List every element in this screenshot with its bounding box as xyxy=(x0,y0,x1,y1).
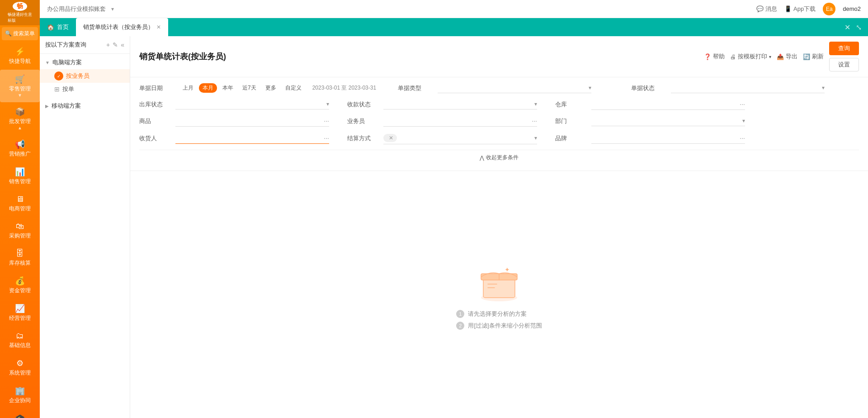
app-download-btn[interactable]: 📱 App下载 xyxy=(784,5,816,13)
tip-num-2: 2 xyxy=(456,322,464,330)
refresh-btn[interactable]: 🔄 刷新 xyxy=(803,52,824,61)
query-btn-area: 查询 设置 xyxy=(829,42,859,71)
out-status-arrow-icon: ▾ xyxy=(326,101,329,107)
collapse-row[interactable]: ⋀ 收起更多条件 xyxy=(139,150,859,165)
message-btn[interactable]: 💬 消息 xyxy=(756,5,777,13)
brand-select[interactable]: ··· xyxy=(591,133,745,144)
message-icon: 💬 xyxy=(756,5,764,12)
main-area: 办公用品行业模拟账套 ▾ 💬 消息 📱 App下载 Ea demo2 🏠 首页 … xyxy=(40,0,868,418)
purchase-icon: 🛍 xyxy=(16,222,24,231)
date-range: 2023-03-01 至 2023-03-31 xyxy=(312,84,376,92)
sidebar-item-enterprise[interactable]: 🏢 企业协同 xyxy=(0,381,40,409)
export-icon: 📤 xyxy=(777,53,784,60)
filter-row-4: 收货人 ··· 结算方式 ✕ ▾ 品牌 xyxy=(139,132,859,144)
filter-row-2: 出库状态 ▾ 收款状态 ▾ 仓库 ··· xyxy=(139,99,859,110)
order-type-select[interactable]: ▾ xyxy=(438,83,591,93)
finance-icon: 💰 xyxy=(15,276,25,286)
date-tab-this-month[interactable]: 本月 xyxy=(199,83,217,93)
settlement-clear-btn[interactable]: ✕ xyxy=(389,135,393,141)
add-scheme-btn[interactable]: + xyxy=(106,41,110,48)
right-panel: 销货单统计表(按业务员) ❓ 帮助 🖨 按模板打印 ▾ 📤 导出 xyxy=(130,36,868,418)
tree-by-order[interactable]: ⊞ 按单 xyxy=(40,83,130,95)
tab-maximize-btn[interactable]: ⤡ xyxy=(853,21,864,33)
dept-select[interactable]: ▾ xyxy=(591,116,745,126)
avatar[interactable]: Ea xyxy=(823,3,835,15)
tree-desktop-schemes[interactable]: ▼ 电脑端方案 xyxy=(40,56,130,69)
salesperson-dots-icon: ··· xyxy=(532,117,537,124)
page-header: 销货单统计表(按业务员) ❓ 帮助 🖨 按模板打印 ▾ 📤 导出 xyxy=(130,36,868,77)
empty-svg: ✦ xyxy=(472,259,526,304)
retail-icon: 🛒 xyxy=(15,74,25,84)
print-btn[interactable]: 🖨 按模板打印 ▾ xyxy=(730,52,771,61)
wholesale-icon: 📦 xyxy=(15,107,25,117)
help-icon: ❓ xyxy=(704,53,711,60)
app-logo[interactable]: 畅 畅捷通好生意标版 xyxy=(0,0,40,25)
receiver-input-field[interactable]: ··· xyxy=(175,133,329,144)
enterprise-icon: 🏢 xyxy=(15,386,25,396)
settlement-select[interactable]: ✕ ▾ xyxy=(383,132,537,144)
sidebar-item-guide[interactable]: 🎓 新手引导 xyxy=(0,409,40,418)
brand-dots-icon: ··· xyxy=(740,134,745,142)
help-btn[interactable]: ❓ 帮助 xyxy=(704,52,725,61)
sidebar-item-wholesale[interactable]: 📦 批发管理 ▲ xyxy=(0,102,40,135)
brand-label: 品牌 xyxy=(555,134,591,142)
left-panel-title: 按以下方案查询 xyxy=(45,41,86,49)
sidebar-search[interactable]: 🔍 搜索菜单 xyxy=(2,27,38,40)
username: demo2 xyxy=(843,5,861,12)
tree-group-desktop: ▼ 电脑端方案 ✓ 按业务员 ⊞ 按单 xyxy=(40,54,130,97)
order-status-select[interactable]: ▾ xyxy=(671,83,825,93)
out-status-select[interactable]: ▾ xyxy=(175,99,329,109)
sidebar-item-basic[interactable]: 🗂 基础信息 xyxy=(0,327,40,354)
left-panel: 按以下方案查询 + ✎ « ▼ 电脑端方案 ✓ 按业务员 xyxy=(40,36,130,418)
sidebar-item-system[interactable]: ⚙ 系统管理 xyxy=(0,354,40,381)
settlement-label: 结算方式 xyxy=(347,134,383,142)
out-status-label: 出库状态 xyxy=(139,100,175,109)
left-panel-header: 按以下方案查询 + ✎ « xyxy=(40,36,130,54)
edit-scheme-btn[interactable]: ✎ xyxy=(113,41,118,48)
sidebar-item-retail[interactable]: 🛒 零售管理 ▼ xyxy=(0,70,40,102)
sidebar-item-quicknav[interactable]: ⚡ 快捷导航 xyxy=(0,42,40,70)
content-area: 按以下方案查询 + ✎ « ▼ 电脑端方案 ✓ 按业务员 xyxy=(40,36,868,418)
query-btn[interactable]: 查询 xyxy=(829,42,859,55)
date-tab-last-month[interactable]: 上月 xyxy=(179,83,197,93)
receive-status-select[interactable]: ▾ xyxy=(383,99,537,109)
tab-home[interactable]: 🏠 首页 xyxy=(40,18,76,36)
receiver-input[interactable] xyxy=(175,135,324,142)
empty-illustration: ✦ xyxy=(472,259,526,304)
tab-bar-actions: ✕ ⤡ xyxy=(842,21,868,33)
topbar-title: 办公用品行业模拟账套 xyxy=(47,5,106,13)
filter-row-3: 商品 ··· 业务员 ··· 部门 ▾ xyxy=(139,115,859,127)
goods-label: 商品 xyxy=(139,117,175,125)
tab-close-btn[interactable]: ✕ xyxy=(156,24,161,30)
tree-mobile-schemes[interactable]: ▶ 移动端方案 xyxy=(40,99,130,113)
goods-select[interactable]: ··· xyxy=(175,115,329,127)
salesperson-select[interactable]: ··· xyxy=(383,115,537,127)
sidebar-item-sales[interactable]: 📊 销售管理 xyxy=(0,162,40,190)
setting-btn[interactable]: 设置 xyxy=(829,58,859,71)
quicknav-icon: ⚡ xyxy=(15,47,25,57)
sidebar-item-purchase[interactable]: 🛍 采购管理 xyxy=(0,217,40,244)
date-tab-7days[interactable]: 近7天 xyxy=(239,83,260,93)
date-tab-more[interactable]: 更多 xyxy=(262,83,280,93)
collapse-panel-btn[interactable]: « xyxy=(121,41,124,48)
empty-tips: 1 请先选择要分析的方案 2 用[过滤]条件来缩小分析范围 xyxy=(456,310,542,330)
order-status-label: 单据状态 xyxy=(631,84,667,92)
date-tab-this-year[interactable]: 本年 xyxy=(219,83,237,93)
sidebar-item-inventory[interactable]: 🗄 库存核算 xyxy=(0,244,40,271)
date-tab-custom[interactable]: 自定义 xyxy=(282,83,305,93)
sidebar-item-marketing[interactable]: 📢 营销推广 xyxy=(0,135,40,162)
settlement-tag: ✕ xyxy=(383,134,397,142)
export-btn[interactable]: 📤 导出 xyxy=(777,52,797,61)
download-icon: 📱 xyxy=(784,5,792,12)
topbar-right: 💬 消息 📱 App下载 Ea demo2 xyxy=(756,3,861,15)
topbar-arrow: ▾ xyxy=(111,6,114,12)
tab-close-window-btn[interactable]: ✕ xyxy=(842,21,853,33)
dept-label: 部门 xyxy=(555,117,591,125)
sidebar-item-finance[interactable]: 💰 资金管理 xyxy=(0,271,40,299)
sidebar-item-ecommerce[interactable]: 🖥 电商管理 xyxy=(0,190,40,217)
tab-sales-stat[interactable]: 销货单统计表（按业务员） ✕ xyxy=(76,18,168,36)
receiver-label: 收货人 xyxy=(139,134,175,142)
warehouse-select[interactable]: ··· xyxy=(591,99,745,110)
sidebar-item-operation[interactable]: 📈 经营管理 xyxy=(0,299,40,327)
tree-by-salesperson[interactable]: ✓ 按业务员 xyxy=(40,69,130,83)
